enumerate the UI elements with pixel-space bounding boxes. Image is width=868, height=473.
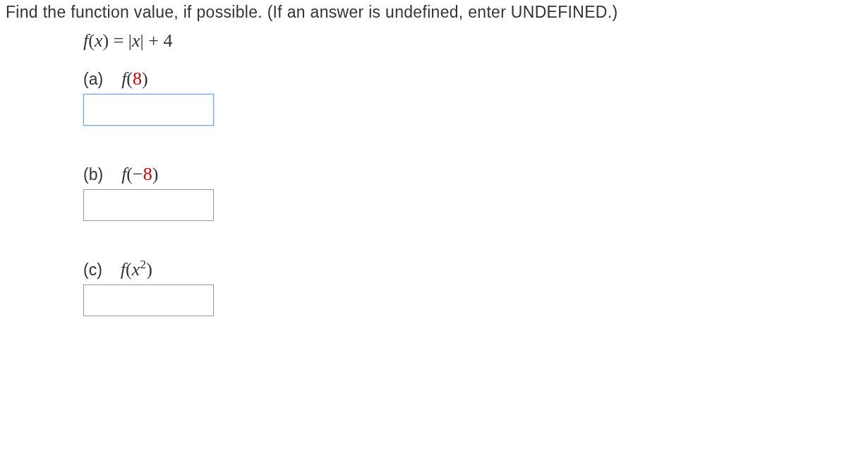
part-c: (c) f(x2) <box>83 259 862 316</box>
part-a: (a) f(8) <box>83 68 862 126</box>
function-definition: f(x) = |x| + 4 <box>83 30 862 52</box>
part-c-arg-sup: 2 <box>140 257 146 271</box>
part-c-close: ) <box>146 259 152 280</box>
part-c-open: ( <box>126 259 132 280</box>
part-a-arg: 8 <box>133 68 142 89</box>
part-b-open: ( <box>126 164 133 184</box>
func-def-rhs-var: x <box>132 30 140 51</box>
part-c-f: f <box>121 259 126 280</box>
part-a-letter: (a) <box>83 70 103 89</box>
func-def-close-paren: ) <box>102 30 109 51</box>
part-c-func-call: f(x2) <box>121 259 152 280</box>
func-def-eq: = <box>109 30 128 51</box>
part-b-close: ) <box>152 164 159 184</box>
part-a-open: ( <box>126 68 133 89</box>
func-def-open-paren: ( <box>88 30 95 51</box>
part-b-arg: 8 <box>143 164 152 184</box>
part-b-minus: − <box>133 164 143 184</box>
func-def-tail: + 4 <box>144 30 173 51</box>
part-b-answer-input[interactable] <box>83 189 214 221</box>
part-b-func-call: f(−8) <box>121 164 158 185</box>
part-a-answer-input[interactable] <box>83 94 214 126</box>
part-b-letter: (b) <box>83 165 103 184</box>
part-c-letter: (c) <box>83 261 102 280</box>
part-c-arg-var: x <box>132 259 140 280</box>
func-def-var: x <box>95 30 103 51</box>
instruction-text: Find the function value, if possible. (I… <box>6 3 862 22</box>
part-a-func-call: f(8) <box>121 68 148 90</box>
part-a-close: ) <box>142 68 148 89</box>
part-b: (b) f(−8) <box>83 164 862 221</box>
part-c-answer-input[interactable] <box>83 285 214 316</box>
